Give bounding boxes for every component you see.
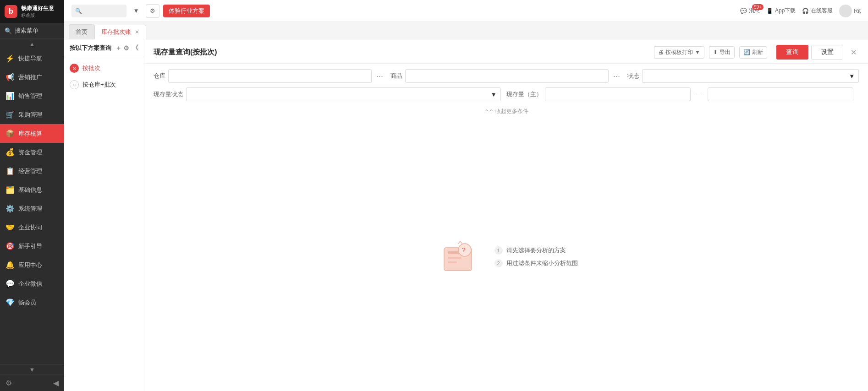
nav-label-purchase: 采购管理 <box>18 111 42 119</box>
nav-label-newuser: 新手引导 <box>18 242 42 250</box>
nav-label-system: 系统管理 <box>18 205 42 213</box>
collapse-label: 收起更多条件 <box>495 108 528 115</box>
hint-item-2: 2 用过滤条件来缩小分析范围 <box>494 259 578 267</box>
query-button[interactable]: 查询 <box>776 45 808 60</box>
sidebar-scroll-down[interactable]: ▼ <box>0 364 64 375</box>
product-input[interactable] <box>405 69 609 83</box>
scheme-settings-btn[interactable]: ⚙ <box>123 44 129 52</box>
hint-text-1: 请先选择要分析的方案 <box>506 246 566 255</box>
filter-row-2: 现存量状态 ▼ 现存量（主） — <box>154 87 859 101</box>
message-badge: 99+ <box>752 4 764 10</box>
empty-icon: ? <box>435 234 481 280</box>
trial-button[interactable]: 体验行业方案 <box>163 5 210 17</box>
status-label: 状态 <box>627 72 639 80</box>
warehouse-input[interactable] <box>168 69 372 83</box>
dropdown-arrow-icon: ▼ <box>695 49 700 55</box>
stock-status-label: 现存量状态 <box>154 90 183 98</box>
warehouse-group: 仓库 ··· <box>154 69 385 83</box>
set-button[interactable]: 设置 <box>811 45 843 60</box>
sidebar-item-newuser[interactable]: 🎯新手引导 <box>0 237 64 255</box>
left-panel-header: 按以下方案查询 + ⚙ 《 <box>64 39 144 57</box>
page-actions: 🖨 按模板打印 ▼ ⬆ 导出 🔄 刷新 查询 设置 <box>654 45 859 60</box>
nav-icon-sales: 📊 <box>5 92 15 100</box>
sidebar-item-basics[interactable]: 🗂️基础信息 <box>0 180 64 199</box>
nav-label-finance: 资金管理 <box>18 148 42 157</box>
dropdown-btn[interactable]: ▼ <box>130 5 142 17</box>
nav-icon-inventory: 📦 <box>5 129 15 138</box>
nav-label-vip: 畅会员 <box>18 299 36 307</box>
nav-icon-newuser: 🎯 <box>5 242 15 250</box>
svg-rect-3 <box>448 261 457 263</box>
user-group[interactable]: Rit <box>839 5 861 17</box>
sidebar-item-appstore[interactable]: 🔔应用中心 <box>0 255 64 274</box>
service-icon: 🎧 <box>802 8 809 14</box>
main-content: 🔍 ▼ ⚙ 体验行业方案 💬 消息 99+ 📱 App下载 🎧 在线客服 Ri <box>64 0 868 391</box>
sidebar-item-finance[interactable]: 💰资金管理 <box>0 143 64 162</box>
hint-num-1: 1 <box>494 246 503 255</box>
search-menu-item[interactable]: 🔍 搜索菜单 <box>0 23 64 39</box>
phone-icon: 📱 <box>766 8 773 14</box>
stock-status-select[interactable]: ▼ <box>186 87 501 101</box>
scheme-list: ⊙按批次○按仓库+批次 <box>64 57 144 96</box>
nav-label-enterprise: 企业协同 <box>18 223 42 232</box>
sidebar-item-operations[interactable]: 📋经营管理 <box>0 162 64 180</box>
warehouse-more-btn[interactable]: ··· <box>374 71 385 81</box>
online-service-group[interactable]: 🎧 在线客服 <box>802 7 833 15</box>
sidebar-item-quick-nav[interactable]: ⚡快捷导航 <box>0 49 64 68</box>
settings-icon[interactable]: ⚙ <box>5 379 12 387</box>
add-scheme-btn[interactable]: + <box>117 44 121 52</box>
stock-qty-dash: — <box>693 91 705 98</box>
print-btn[interactable]: 🖨 按模板打印 ▼ <box>654 46 704 59</box>
sidebar-item-system[interactable]: ⚙️系统管理 <box>0 199 64 218</box>
message-group[interactable]: 💬 消息 99+ <box>740 7 760 15</box>
sidebar-item-enterprise[interactable]: 🤝企业协同 <box>0 218 64 237</box>
sidebar-item-wechat[interactable]: 💬企业微信 <box>0 274 64 293</box>
page-title: 现存量查询(按批次) <box>154 48 217 57</box>
nav-label-marketing: 营销推广 <box>18 73 42 81</box>
gear-btn[interactable]: ⚙ <box>146 4 159 18</box>
refresh-btn[interactable]: 🔄 刷新 <box>739 46 767 59</box>
filter-row-1: 仓库 ··· 商品 ··· 状态 ▼ <box>154 69 859 83</box>
sidebar-item-vip[interactable]: 💎畅会员 <box>0 293 64 312</box>
scheme-item-warehouse-batch[interactable]: ○按仓库+批次 <box>64 76 144 93</box>
status-group: 状态 ▼ <box>627 69 859 83</box>
svg-rect-2 <box>448 257 461 259</box>
stock-qty-from-input[interactable] <box>545 87 691 101</box>
nav-icon-operations: 📋 <box>5 167 15 175</box>
filter-area: 仓库 ··· 商品 ··· 状态 ▼ <box>144 64 868 123</box>
sidebar: b 畅康通好生意 标准版 🔍 搜索菜单 ▲ ⚡快捷导航📢营销推广📊销售管理🛒采购… <box>0 0 64 391</box>
app-download-group[interactable]: 📱 App下载 <box>766 7 796 15</box>
sidebar-item-inventory[interactable]: 📦库存核算 <box>0 124 64 143</box>
app-logo: b <box>5 5 17 18</box>
warehouse-label: 仓库 <box>154 72 165 80</box>
stock-qty-label: 现存量（主） <box>506 90 542 98</box>
status-dropdown-icon: ▼ <box>849 73 855 80</box>
close-panel-btn[interactable]: ✕ <box>848 47 859 58</box>
stock-qty-group: 现存量（主） — <box>506 87 854 101</box>
tab-close-batch-inventory[interactable]: ✕ <box>135 29 139 35</box>
topbar-search-box[interactable]: 🔍 <box>71 5 126 17</box>
stock-qty-to-input[interactable] <box>708 87 853 101</box>
export-btn[interactable]: ⬆ 导出 <box>709 46 735 59</box>
collapse-panel-btn[interactable]: 《 <box>132 44 138 52</box>
export-icon: ⬆ <box>713 49 718 55</box>
sidebar-item-marketing[interactable]: 📢营销推广 <box>0 68 64 87</box>
sidebar-item-purchase[interactable]: 🛒采购管理 <box>0 105 64 124</box>
nav-icon-quick-nav: ⚡ <box>5 54 15 63</box>
product-label: 商品 <box>390 72 402 80</box>
collapse-row[interactable]: ⌃⌃ 收起更多条件 <box>154 106 859 117</box>
scheme-label-warehouse-batch: 按仓库+批次 <box>82 81 116 89</box>
company-name: 畅康通好生意 <box>21 5 54 12</box>
left-panel-actions: + ⚙ 《 <box>117 44 138 52</box>
tab-home[interactable]: 首页 <box>69 24 94 39</box>
status-select[interactable]: ▼ <box>642 69 859 83</box>
nav-label-operations: 经营管理 <box>18 167 42 175</box>
sidebar-item-sales[interactable]: 📊销售管理 <box>0 87 64 105</box>
scheme-item-batch[interactable]: ⊙按批次 <box>64 60 144 76</box>
collapse-icon[interactable]: ◀ <box>53 379 59 387</box>
svg-text:?: ? <box>462 246 466 254</box>
sidebar-scroll-up[interactable]: ▲ <box>0 39 64 49</box>
tab-batch-inventory[interactable]: 库存批次账✕ <box>94 25 146 39</box>
product-more-btn[interactable]: ··· <box>611 71 622 81</box>
collapse-up-icon: ⌃⌃ <box>484 109 494 115</box>
